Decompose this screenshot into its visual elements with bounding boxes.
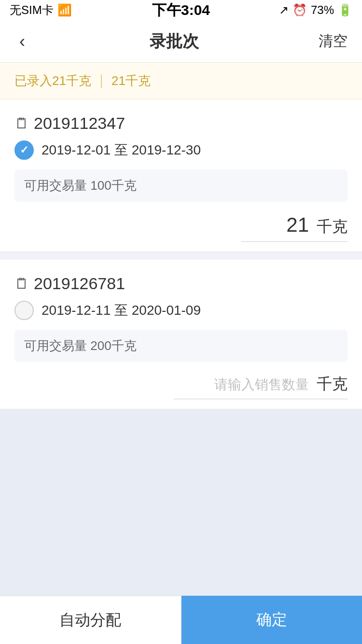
amount-unit-1: 千克 <box>317 216 348 238</box>
batch-card-2: 🗒 2019126781 2019-12-11 至 2020-01-09 可用交… <box>0 260 362 409</box>
empty-area <box>0 409 362 602</box>
alarm-icon: ⏰ <box>292 3 307 17</box>
info-banner: 已录入21千克 21千克 <box>0 63 362 99</box>
status-right: ↗ ⏰ 73% 🔋 <box>279 3 352 17</box>
amount-underline-1 <box>241 241 348 242</box>
radio-1[interactable]: ✓ <box>14 140 34 160</box>
content-area: 🗒 2019112347 ✓ 2019-12-01 至 2019-12-30 可… <box>0 99 362 644</box>
batch-doc-icon-1: 🗒 <box>14 115 29 132</box>
check-icon-1: ✓ <box>20 144 28 156</box>
page-title: 录批次 <box>150 30 199 53</box>
confirm-button[interactable]: 确定 <box>181 596 362 644</box>
status-time: 下午3:04 <box>152 0 210 20</box>
info-label: 已录入21千克 <box>14 72 91 89</box>
batch-date-2: 2019-12-11 至 2020-01-09 <box>42 301 201 320</box>
batch-number-2: 2019126781 <box>34 274 125 293</box>
auto-distribute-button[interactable]: 自动分配 <box>0 596 181 644</box>
batch-item-2: 🗒 2019126781 2019-12-11 至 2020-01-09 可用交… <box>0 260 362 362</box>
batch-number-1: 2019112347 <box>34 114 125 133</box>
batch-date-row-1: ✓ 2019-12-01 至 2019-12-30 <box>14 140 348 160</box>
bottom-bar: 自动分配 确定 <box>0 596 362 644</box>
batch-header-2: 🗒 2019126781 <box>14 274 348 293</box>
back-button[interactable]: ‹ <box>14 27 30 56</box>
amount-number-1[interactable]: 21 <box>286 213 309 237</box>
input-unit-2: 千克 <box>317 374 348 395</box>
carrier-text: 无SIM卡 <box>10 2 54 18</box>
wifi-icon: 📶 <box>57 3 72 17</box>
info-value: 21千克 <box>111 72 151 89</box>
amount-row-1: 21 千克 <box>0 202 362 252</box>
available-qty-2: 可用交易量 200千克 <box>14 330 348 362</box>
info-divider <box>101 74 102 88</box>
batch-date-row-2: 2019-12-11 至 2020-01-09 <box>14 301 348 320</box>
batch-card-1: 🗒 2019112347 ✓ 2019-12-01 至 2019-12-30 可… <box>0 99 362 252</box>
location-icon: ↗ <box>279 3 289 17</box>
input-row-2: 请输入销售数量 千克 <box>0 362 362 409</box>
batch-header-1: 🗒 2019112347 <box>14 114 348 133</box>
section-divider <box>0 252 362 260</box>
status-bar: 无SIM卡 📶 下午3:04 ↗ ⏰ 73% 🔋 <box>0 0 362 20</box>
radio-2[interactable] <box>14 301 34 320</box>
input-placeholder-2[interactable]: 请输入销售数量 <box>214 376 309 394</box>
battery-icon: 🔋 <box>338 3 352 17</box>
batch-doc-icon-2: 🗒 <box>14 276 29 292</box>
nav-bar: ‹ 录批次 清空 <box>0 20 362 63</box>
status-left: 无SIM卡 📶 <box>10 2 72 18</box>
clear-button[interactable]: 清空 <box>319 31 348 51</box>
available-qty-1: 可用交易量 100千克 <box>14 169 348 202</box>
input-underline-2 <box>174 399 348 399</box>
battery-text: 73% <box>311 3 334 17</box>
batch-item-1: 🗒 2019112347 ✓ 2019-12-01 至 2019-12-30 可… <box>0 99 362 202</box>
batch-date-1: 2019-12-01 至 2019-12-30 <box>42 141 201 159</box>
